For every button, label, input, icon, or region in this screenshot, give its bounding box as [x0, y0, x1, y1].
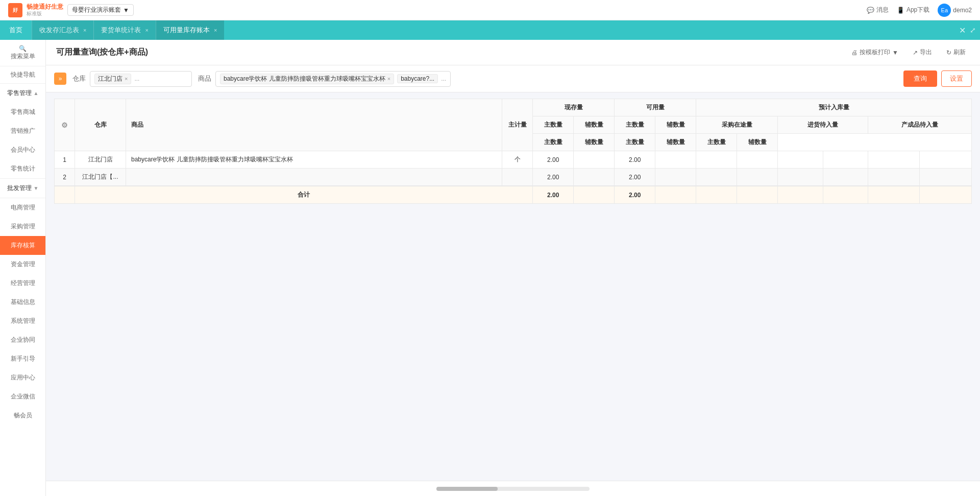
warehouse-input[interactable]: 江北门店 × ...	[90, 71, 192, 87]
sidebar-item-system[interactable]: 系统管理	[0, 312, 45, 330]
footer-incom-sub	[823, 186, 868, 204]
warehouse-label: 仓库	[72, 74, 86, 83]
th-incoming-pending: 进货待入量	[778, 116, 868, 134]
sidebar-group-wholesale-header[interactable]: 批发管理 ▼	[0, 179, 45, 198]
industry-select[interactable]: 母婴行业演示账套 ▼	[67, 4, 134, 16]
tab-close-all[interactable]: ✕	[959, 26, 966, 35]
th-prod-sub: 辅数量	[737, 134, 778, 151]
query-btn[interactable]: 查询	[903, 70, 937, 87]
tab-bar: 首页 收发存汇总表 × 要货单统计表 × 可用量库存账本 × ✕ ⤢	[0, 20, 980, 40]
tab-item-0[interactable]: 收发存汇总表 ×	[32, 20, 93, 40]
settings-icon[interactable]: ⚙	[61, 121, 68, 129]
row-avail-sub-0	[655, 151, 696, 169]
sidebar-item-ecommerce[interactable]: 电商管理	[0, 198, 45, 217]
table-row: 2 江北门店【... 2.00 2.00	[55, 169, 972, 186]
sidebar-item-retail-stats[interactable]: 零售统计	[0, 159, 45, 178]
sidebar-item-purchase[interactable]: 采购管理	[0, 217, 45, 236]
app-download-label: App下载	[906, 6, 929, 14]
export-btn[interactable]: ↗ 导出	[909, 46, 936, 59]
product-tag-0: babycare学饮杯 儿童防摔防撞吸管杯重力球吸嘴杯宝宝水杯 ×	[220, 74, 394, 84]
tab-label-2: 可用量库存账本	[163, 26, 210, 35]
tab-home-label: 首页	[9, 26, 22, 35]
tab-item-2[interactable]: 可用量库存账本 ×	[156, 20, 224, 40]
sidebar-item-app-center[interactable]: 应用中心	[0, 368, 45, 387]
toggle-icon: »	[59, 75, 62, 82]
sidebar-group-retail-header[interactable]: 零售管理 ▲	[0, 84, 45, 103]
th-purch-sub: 辅数量	[574, 134, 615, 151]
sidebar: 🔍 搜索菜单 快捷导航 零售管理 ▲ 零售商城 营销推广 会员中心 零售统计	[0, 40, 46, 496]
th-stock-main: 主数量	[533, 116, 574, 134]
row-seq-1: 2	[55, 169, 75, 186]
sidebar-item-member[interactable]: 会员中心	[0, 140, 45, 159]
sidebar-item-retail-mall[interactable]: 零售商城	[0, 103, 45, 122]
row-warehouse-0: 江北门店	[75, 151, 126, 169]
sidebar-item-newbie[interactable]: 新手引导	[0, 349, 45, 368]
tab-label-0: 收发存汇总表	[39, 26, 79, 35]
footer-avail-main: 2.00	[615, 186, 655, 204]
sidebar-item-management[interactable]: 经营管理	[0, 274, 45, 293]
page-header: 可用量查询(按仓库+商品) 🖨 按模板打印 ▼ ↗ 导出 ↻ 刷新	[46, 40, 980, 65]
retail-arrow: ▲	[34, 90, 39, 96]
row-unit-1	[502, 169, 533, 186]
scrollbar-thumb[interactable]	[436, 487, 498, 491]
footer-prod-main	[868, 186, 920, 204]
row-purch-sub-0	[737, 151, 778, 169]
sidebar-quick-nav[interactable]: 快捷导航	[0, 66, 45, 84]
sidebar-item-finance[interactable]: 资金管理	[0, 255, 45, 274]
row-stock-sub-0	[574, 151, 615, 169]
top-bar: 好 畅捷通好生意 标准版 母婴行业演示账套 ▼ 💬 消息 📱 App下载 Ea …	[0, 0, 980, 20]
tab-close-0[interactable]: ×	[83, 27, 86, 33]
th-product-pending: 产成品待入量	[868, 116, 971, 134]
tab-close-2[interactable]: ×	[214, 27, 217, 33]
row-stock-main-1: 2.00	[533, 169, 574, 186]
refresh-icon: ↻	[946, 49, 951, 56]
tab-item-1[interactable]: 要货单统计表 ×	[93, 20, 155, 40]
industry-chevron: ▼	[123, 7, 129, 14]
sidebar-search[interactable]: 🔍 搜索菜单	[0, 40, 45, 66]
data-table: ⚙ 仓库 商品 主计量 现存量 可用量 预计入库量 主数量 辅数量 主数量 辅数…	[54, 99, 972, 204]
tab-bar-end: ✕ ⤢	[959, 20, 980, 40]
message-btn[interactable]: 💬 消息	[867, 6, 889, 14]
sidebar-item-member2[interactable]: 畅会员	[0, 406, 45, 425]
refresh-btn[interactable]: ↻ 刷新	[942, 46, 970, 59]
filter-toggle-btn[interactable]: »	[54, 73, 66, 85]
th-incom-main: 主数量	[615, 134, 655, 151]
user-profile[interactable]: Ea demo2	[938, 4, 972, 17]
sidebar-item-inventory[interactable]: 库存核算	[0, 236, 45, 255]
footer-stock-sub	[574, 186, 615, 204]
th-prod-main: 主数量	[696, 134, 737, 151]
sidebar-item-weixin[interactable]: 企业微信	[0, 387, 45, 406]
row-stock-main-0: 2.00	[533, 151, 574, 169]
warehouse-tag: 江北门店 ×	[94, 74, 131, 84]
tab-home[interactable]: 首页	[0, 20, 32, 40]
scrollbar-track[interactable]	[436, 487, 590, 491]
warehouse-tag-remove[interactable]: ×	[125, 76, 128, 82]
row-prod-sub-0	[920, 151, 972, 169]
footer-label: 合计	[75, 186, 533, 204]
sidebar-item-cooperation[interactable]: 企业协同	[0, 330, 45, 349]
th-purch-main: 主数量	[533, 134, 574, 151]
print-icon: 🖨	[851, 49, 857, 56]
content-area: 可用量查询(按仓库+商品) 🖨 按模板打印 ▼ ↗ 导出 ↻ 刷新	[46, 40, 980, 496]
product-tag-0-remove[interactable]: ×	[387, 76, 390, 82]
row-warehouse-1: 江北门店【...	[75, 169, 126, 186]
username: demo2	[953, 7, 972, 14]
th-settings: ⚙	[55, 99, 75, 151]
table-row: 1 江北门店 babycare学饮杯 儿童防摔防撞吸管杯重力球吸嘴杯宝宝水杯 个…	[55, 151, 972, 169]
table-container: ⚙ 仓库 商品 主计量 现存量 可用量 预计入库量 主数量 辅数量 主数量 辅数…	[46, 92, 980, 481]
page-actions: 🖨 按模板打印 ▼ ↗ 导出 ↻ 刷新	[847, 46, 970, 59]
app-download-btn[interactable]: 📱 App下载	[897, 6, 929, 14]
tab-expand[interactable]: ⤢	[970, 26, 976, 34]
row-purch-main-1	[696, 169, 737, 186]
setting-btn[interactable]: 设置	[941, 70, 972, 87]
product-more[interactable]: ...	[441, 75, 446, 82]
tab-close-1[interactable]: ×	[145, 27, 148, 33]
industry-label: 母婴行业演示账套	[72, 6, 121, 14]
print-btn[interactable]: 🖨 按模板打印 ▼	[847, 46, 902, 59]
sidebar-item-basic-info[interactable]: 基础信息	[0, 293, 45, 312]
product-input[interactable]: babycare学饮杯 儿童防摔防撞吸管杯重力球吸嘴杯宝宝水杯 × babyca…	[215, 71, 451, 87]
main-layout: 🔍 搜索菜单 快捷导航 零售管理 ▲ 零售商城 营销推广 会员中心 零售统计	[0, 40, 980, 496]
warehouse-more[interactable]: ...	[134, 75, 139, 82]
avatar: Ea	[938, 4, 951, 17]
sidebar-item-marketing[interactable]: 营销推广	[0, 122, 45, 140]
